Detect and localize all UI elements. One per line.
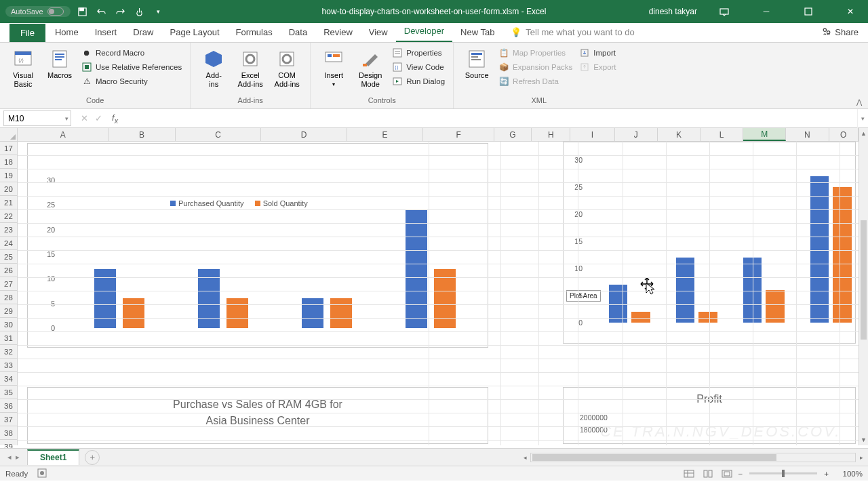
tab-developer[interactable]: Developer: [396, 22, 452, 42]
row-header[interactable]: 22: [0, 209, 17, 223]
column-header[interactable]: B: [108, 128, 176, 141]
row-header[interactable]: 30: [0, 318, 17, 331]
qat-more-icon[interactable]: ▾: [152, 5, 165, 18]
tab-file[interactable]: File: [9, 24, 45, 42]
macros-button[interactable]: Macros: [43, 45, 76, 96]
column-header[interactable]: O: [829, 128, 859, 141]
tab-draw[interactable]: Draw: [125, 23, 161, 42]
formula-input[interactable]: [122, 110, 854, 126]
row-header[interactable]: 21: [0, 196, 17, 209]
zoom-out-icon[interactable]: −: [738, 470, 743, 478]
row-header[interactable]: 32: [0, 345, 17, 359]
grid[interactable]: Purchased Quantity Sold Quantity 0510152…: [18, 142, 859, 445]
macro-record-status-icon[interactable]: [37, 468, 47, 479]
row-header[interactable]: 33: [0, 359, 17, 372]
tab-view[interactable]: View: [361, 23, 396, 42]
column-header[interactable]: N: [786, 128, 829, 141]
row-header[interactable]: 18: [0, 155, 17, 169]
touch-mode-icon[interactable]: [133, 5, 146, 18]
row-header[interactable]: 36: [0, 399, 17, 413]
maximize-icon[interactable]: [793, 0, 823, 23]
refresh-data-button[interactable]: 🔄Refresh Data: [497, 75, 574, 87]
sheet-nav-prev-icon[interactable]: ◂: [7, 453, 12, 462]
hscroll-thumb[interactable]: [532, 454, 776, 461]
name-box[interactable]: M10 ▾: [3, 110, 71, 126]
run-dialog-button[interactable]: Run Dialog: [391, 75, 446, 87]
source-button[interactable]: Source: [460, 45, 493, 96]
chart-purchase-vs-sales-left[interactable]: Purchased Quantity Sold Quantity 0510152…: [27, 143, 488, 348]
chart-lower-left[interactable]: Purchase vs Sales of RAM 4GB for Asia Bu…: [27, 387, 488, 444]
zoom-level[interactable]: 100%: [833, 470, 863, 478]
column-header[interactable]: A: [18, 128, 108, 141]
tab-review[interactable]: Review: [315, 23, 361, 42]
row-header[interactable]: 25: [0, 250, 17, 264]
username-label[interactable]: dinesh takyar: [649, 7, 697, 16]
view-code-button[interactable]: ⟨⟩View Code: [391, 61, 446, 73]
select-all-button[interactable]: [0, 128, 18, 142]
use-relative-button[interactable]: Use Relative References: [80, 61, 183, 73]
row-header[interactable]: 17: [0, 142, 17, 155]
row-header[interactable]: 31: [0, 331, 17, 345]
accept-formula-icon[interactable]: ✓: [95, 113, 102, 123]
column-header[interactable]: M: [743, 128, 786, 141]
record-macro-button[interactable]: ⏺Record Macro: [80, 47, 183, 59]
redo-icon[interactable]: [114, 5, 127, 18]
fx-icon[interactable]: fx: [112, 113, 122, 125]
autosave-toggle[interactable]: AutoSave: [5, 6, 71, 17]
row-header[interactable]: 24: [0, 237, 17, 250]
vertical-scrollbar[interactable]: ▲ ▼: [859, 128, 868, 445]
column-header[interactable]: K: [658, 128, 701, 141]
formula-expand-icon[interactable]: ▾: [857, 109, 868, 128]
tab-page-layout[interactable]: Page Layout: [162, 23, 228, 42]
tab-data[interactable]: Data: [281, 23, 315, 42]
row-header[interactable]: 38: [0, 426, 17, 440]
add-sheet-button[interactable]: +: [85, 450, 100, 465]
column-header[interactable]: E: [347, 128, 424, 141]
hscroll-left-icon[interactable]: ◂: [519, 454, 530, 461]
view-normal-icon[interactable]: [682, 468, 696, 480]
sheet-tab-active[interactable]: Sheet1: [27, 449, 79, 465]
design-mode-button[interactable]: Design Mode: [354, 45, 387, 96]
column-header[interactable]: L: [701, 128, 743, 141]
tab-home[interactable]: Home: [47, 23, 87, 42]
view-page-layout-icon[interactable]: [701, 468, 715, 480]
close-icon[interactable]: ✕: [835, 0, 865, 23]
row-header[interactable]: 34: [0, 372, 17, 386]
share-button[interactable]: Share: [812, 22, 868, 42]
row-header[interactable]: 26: [0, 264, 17, 277]
row-header[interactable]: 20: [0, 182, 17, 196]
minimize-icon[interactable]: ─: [751, 0, 781, 23]
view-page-break-icon[interactable]: [719, 468, 734, 480]
properties-button[interactable]: Properties: [391, 47, 446, 59]
hscroll-right-icon[interactable]: ▸: [856, 454, 867, 461]
save-icon[interactable]: [76, 5, 90, 18]
zoom-in-icon[interactable]: +: [824, 470, 829, 478]
row-header[interactable]: 27: [0, 277, 17, 291]
collapse-ribbon-icon[interactable]: ⋀: [854, 98, 864, 106]
excel-addins-button[interactable]: Excel Add-ins: [234, 45, 267, 96]
horizontal-scrollbar[interactable]: ◂ ▸: [100, 453, 868, 462]
column-header[interactable]: D: [261, 128, 347, 141]
zoom-slider[interactable]: [749, 472, 817, 474]
name-box-dropdown-icon[interactable]: ▾: [65, 115, 68, 122]
addins-button[interactable]: Add- ins: [197, 45, 230, 96]
ribbon-options-icon[interactable]: [709, 0, 739, 23]
export-button[interactable]: Export: [578, 61, 617, 73]
row-header[interactable]: 29: [0, 304, 17, 318]
macro-security-button[interactable]: ⚠Macro Security: [80, 75, 183, 87]
visual-basic-button[interactable]: ⟨/⟩ Visual Basic: [7, 45, 39, 96]
column-header[interactable]: I: [570, 128, 614, 141]
tab-insert[interactable]: Insert: [87, 23, 125, 42]
column-header[interactable]: C: [176, 128, 261, 141]
row-header[interactable]: 35: [0, 386, 17, 399]
sheet-nav[interactable]: ◂▸: [0, 453, 27, 462]
row-header[interactable]: 37: [0, 413, 17, 426]
row-header[interactable]: 23: [0, 223, 17, 237]
tab-tellme[interactable]: 💡 Tell me what you want to do: [502, 23, 642, 42]
row-header[interactable]: 28: [0, 291, 17, 304]
tab-formulas[interactable]: Formulas: [228, 23, 281, 42]
com-addins-button[interactable]: COM Add-ins: [271, 45, 303, 96]
insert-control-button[interactable]: Insert▾: [317, 45, 350, 96]
import-button[interactable]: Import: [578, 47, 617, 59]
scroll-up-icon[interactable]: ▲: [859, 128, 868, 139]
